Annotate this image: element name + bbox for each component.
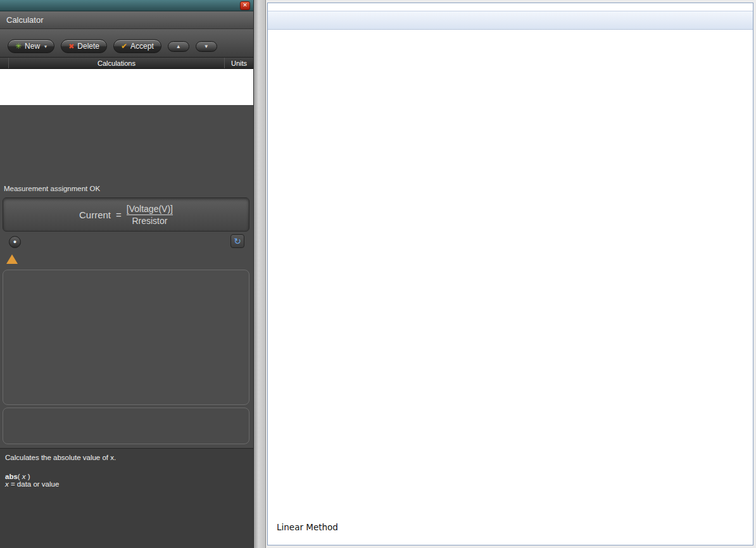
window-titlebar[interactable]: ✕	[0, 0, 253, 11]
status-text: Measurement assignment OK	[4, 185, 100, 192]
graph-toolbar	[268, 11, 753, 30]
formula-preview: Current = [Voltage(V)] Rresistor	[3, 197, 249, 232]
move-down-button[interactable]: ▼	[196, 41, 217, 52]
delete-icon: ✖	[68, 42, 74, 51]
help-panel: Calculates the absolute value of x. abs(…	[0, 448, 253, 548]
accept-label: Accept	[130, 42, 154, 51]
units-header: Units	[224, 58, 253, 68]
calculations-table: Calculations Units	[0, 57, 253, 105]
formula-numerator: [Voltage(V)]	[127, 204, 173, 214]
row-number-header	[0, 58, 9, 68]
operator-box	[3, 408, 249, 444]
table-header: Calculations Units	[0, 58, 253, 69]
page-footer-label: Linear Method	[277, 522, 338, 532]
recalculate-icon[interactable]: ↻	[230, 234, 244, 248]
help-signature: abs( x )	[5, 473, 248, 480]
workspace-area: Linear Method	[266, 0, 756, 548]
calculator-logo-icon	[6, 254, 18, 264]
calculator-panel: ✕ Calculator ✳ New ▾ ✖ Delete ✔ Accept ▲…	[0, 0, 253, 548]
formula-equals: =	[116, 209, 122, 220]
charts-svg[interactable]	[293, 31, 752, 513]
keypad	[3, 270, 249, 405]
format-row	[6, 252, 22, 266]
new-icon: ✳	[15, 42, 22, 51]
check-icon: ✔	[121, 42, 127, 51]
delete-button[interactable]: ✖ Delete	[61, 39, 107, 53]
water-drop-icon[interactable]: ●	[9, 236, 21, 248]
table-empty-area	[0, 69, 253, 105]
formula-lhs: Current	[79, 209, 111, 220]
angle-mode-row: ● ↻	[5, 235, 248, 248]
calculations-header: Calculations	[9, 58, 224, 68]
move-up-button[interactable]: ▲	[168, 41, 189, 52]
delete-label: Delete	[77, 42, 99, 51]
graph-page: Linear Method	[267, 3, 753, 545]
calculator-toolbar: ✳ New ▾ ✖ Delete ✔ Accept ▲ ▼	[0, 29, 253, 57]
help-note: x = data or value	[5, 480, 248, 488]
panel-title: Calculator	[0, 11, 253, 29]
close-icon[interactable]: ✕	[240, 1, 250, 10]
formula-fraction: [Voltage(V)] Rresistor	[127, 204, 173, 226]
help-description: Calculates the absolute value of x.	[5, 454, 248, 461]
new-button[interactable]: ✳ New ▾	[8, 39, 54, 53]
accept-button[interactable]: ✔ Accept	[113, 39, 161, 53]
new-label: New	[25, 42, 40, 51]
fraction-bar	[127, 215, 173, 215]
formula-denominator: Rresistor	[127, 216, 173, 226]
chevron-down-icon: ▾	[44, 44, 47, 49]
panel-splitter[interactable]	[253, 0, 266, 548]
